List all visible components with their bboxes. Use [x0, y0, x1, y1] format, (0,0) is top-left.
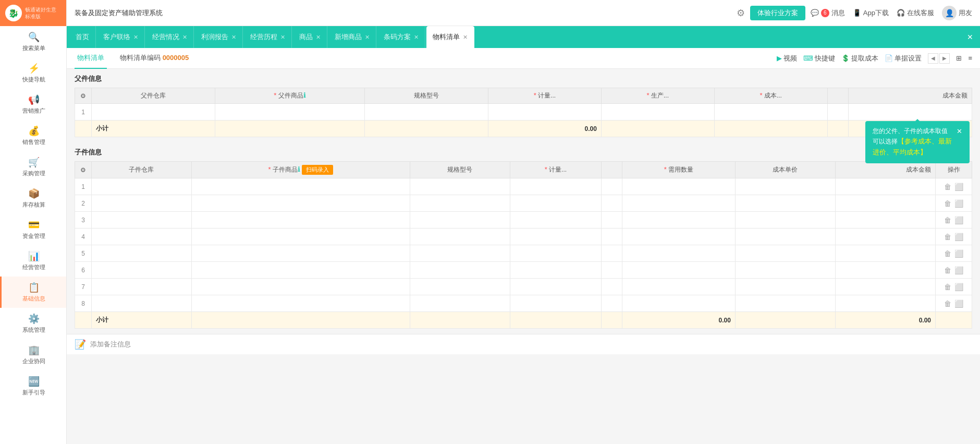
child-row-7-spec[interactable]	[410, 279, 510, 295]
scan-input-button[interactable]: 扫码录入	[302, 165, 333, 175]
child-row-3-unit-cost[interactable]	[735, 212, 835, 229]
tab-goods[interactable]: 商品 ✕	[293, 26, 327, 48]
child-row-5-spec[interactable]	[410, 245, 510, 262]
sidebar-item-system[interactable]: ⚙️ 系统管理	[0, 308, 66, 339]
child-row-7-unit[interactable]	[510, 279, 601, 295]
child-row-3-warehouse[interactable]	[92, 212, 192, 229]
child-row-7-product[interactable]	[191, 279, 410, 295]
parent-row-1-warehouse[interactable]	[92, 104, 215, 121]
sidebar-item-purchase[interactable]: 🛒 采购管理	[0, 151, 66, 183]
child-row-8-product[interactable]	[191, 295, 410, 312]
child-row-4-warehouse[interactable]	[92, 229, 192, 245]
child-row-6-product[interactable]	[191, 262, 410, 279]
close-operation-tab-icon[interactable]: ✕	[182, 34, 187, 41]
sidebar-item-operation[interactable]: 📊 经营管理	[0, 245, 66, 277]
child-row-3-product[interactable]	[191, 212, 410, 229]
sidebar-item-inventory[interactable]: 📦 库存核算	[0, 183, 66, 214]
close-all-tabs-button[interactable]: ✕	[963, 31, 977, 43]
close-customer-tab-icon[interactable]: ✕	[133, 34, 138, 41]
copy-row-8-icon[interactable]: ⬜	[954, 299, 963, 308]
single-settings-button[interactable]: 📄 单据设置	[885, 54, 922, 63]
child-row-8-warehouse[interactable]	[92, 295, 192, 312]
close-barcode-tab-icon[interactable]: ✕	[414, 34, 419, 41]
cost-extract-button[interactable]: 💲 提取成本	[841, 54, 878, 63]
child-row-4-qty[interactable]	[622, 229, 736, 245]
child-row-6-unit-cost[interactable]	[735, 262, 835, 279]
child-row-3-qty[interactable]	[622, 212, 736, 229]
child-row-3-unit[interactable]	[510, 212, 601, 229]
sidebar-item-search[interactable]: 🔍 搜索菜单	[0, 26, 66, 57]
tab-history[interactable]: 经营历程 ✕	[244, 26, 292, 48]
nav-next-btn[interactable]: ▶	[939, 53, 950, 64]
child-row-2-qty[interactable]	[622, 195, 736, 212]
parent-row-1-product[interactable]	[215, 104, 364, 121]
delete-row-7-icon[interactable]: 🗑	[944, 283, 951, 291]
copy-row-2-icon[interactable]: ⬜	[954, 199, 963, 208]
child-row-1-unit-cost[interactable]	[735, 178, 835, 195]
child-row-3-spec[interactable]	[410, 212, 510, 229]
child-row-1-unit[interactable]	[510, 178, 601, 195]
parent-col-settings[interactable]: ⚙	[75, 88, 92, 104]
tab-customer[interactable]: 客户联络 ✕	[97, 26, 145, 48]
tab-profit[interactable]: 利润报告 ✕	[195, 26, 243, 48]
child-row-5-product[interactable]	[191, 245, 410, 262]
tab-operation-status[interactable]: 经营情况 ✕	[146, 26, 194, 48]
sub-tab-bom-code[interactable]: 物料清单编码 0000005	[117, 48, 191, 69]
close-profit-tab-icon[interactable]: ✕	[231, 34, 236, 41]
child-row-5-unit-cost[interactable]	[735, 245, 835, 262]
child-row-8-spec[interactable]	[410, 295, 510, 312]
nav-prev-btn[interactable]: ◀	[928, 53, 938, 64]
close-bom-tab-icon[interactable]: ✕	[463, 34, 468, 41]
child-row-6-qty[interactable]	[622, 262, 736, 279]
copy-row-4-icon[interactable]: ⬜	[954, 233, 963, 241]
child-row-2-warehouse[interactable]	[92, 195, 192, 212]
child-row-8-qty[interactable]	[622, 295, 736, 312]
close-new-goods-tab-icon[interactable]: ✕	[365, 34, 370, 41]
child-row-2-product[interactable]	[191, 195, 410, 212]
delete-row-2-icon[interactable]: 🗑	[944, 199, 951, 208]
copy-row-5-icon[interactable]: ⬜	[954, 249, 963, 258]
child-row-7-qty[interactable]	[622, 279, 736, 295]
child-row-2-unit-cost[interactable]	[735, 195, 835, 212]
parent-row-1-produce[interactable]	[601, 104, 714, 121]
delete-row-5-icon[interactable]: 🗑	[944, 249, 951, 258]
child-row-6-warehouse[interactable]	[92, 262, 192, 279]
tooltip-close-button[interactable]: ✕	[957, 126, 962, 137]
list-view-button[interactable]: ≡	[968, 54, 972, 62]
child-row-5-unit[interactable]	[510, 245, 601, 262]
copy-row-1-icon[interactable]: ⬜	[954, 183, 963, 191]
child-row-2-unit[interactable]	[510, 195, 601, 212]
child-row-1-product[interactable]	[191, 178, 410, 195]
sidebar-item-corp[interactable]: 🏢 企业协同	[0, 339, 66, 370]
tab-barcode[interactable]: 条码方案 ✕	[377, 26, 425, 48]
delete-row-6-icon[interactable]: 🗑	[944, 266, 951, 274]
settings-icon[interactable]: ⚙	[737, 7, 745, 19]
child-col-settings[interactable]: ⚙	[75, 162, 92, 178]
child-row-4-unit-cost[interactable]	[735, 229, 835, 245]
child-row-2-spec[interactable]	[410, 195, 510, 212]
trial-button[interactable]: 体验行业方案	[750, 6, 805, 20]
delete-row-8-icon[interactable]: 🗑	[944, 299, 951, 308]
sub-tab-bom-list[interactable]: 物料清单	[75, 48, 107, 69]
child-row-4-unit[interactable]	[510, 229, 601, 245]
delete-row-3-icon[interactable]: 🗑	[944, 216, 951, 224]
sidebar-item-guide[interactable]: 🆕 新手引导	[0, 370, 66, 402]
tab-home[interactable]: 首页	[69, 26, 96, 48]
child-row-8-unit-cost[interactable]	[735, 295, 835, 312]
child-row-4-product[interactable]	[191, 229, 410, 245]
child-row-1-spec[interactable]	[410, 178, 510, 195]
close-history-tab-icon[interactable]: ✕	[280, 34, 285, 41]
copy-row-7-icon[interactable]: ⬜	[954, 283, 963, 291]
sidebar-item-basic[interactable]: 📋 基础信息	[0, 277, 66, 308]
content-scroll[interactable]: 父件信息 ⚙ 父件仓库 * 父件商品ℹ 规格型号 * 计量... * 生产...…	[67, 69, 980, 444]
child-row-4-spec[interactable]	[410, 229, 510, 245]
parent-row-1-cost[interactable]	[714, 104, 827, 121]
copy-row-3-icon[interactable]: ⬜	[954, 216, 963, 224]
child-row-8-unit[interactable]	[510, 295, 601, 312]
child-row-1-qty[interactable]	[622, 178, 736, 195]
delete-row-4-icon[interactable]: 🗑	[944, 233, 951, 241]
child-row-1-warehouse[interactable]	[92, 178, 192, 195]
online-service-button[interactable]: 🎧 在线客服	[897, 8, 934, 18]
child-row-5-warehouse[interactable]	[92, 245, 192, 262]
close-goods-tab-icon[interactable]: ✕	[316, 34, 321, 41]
